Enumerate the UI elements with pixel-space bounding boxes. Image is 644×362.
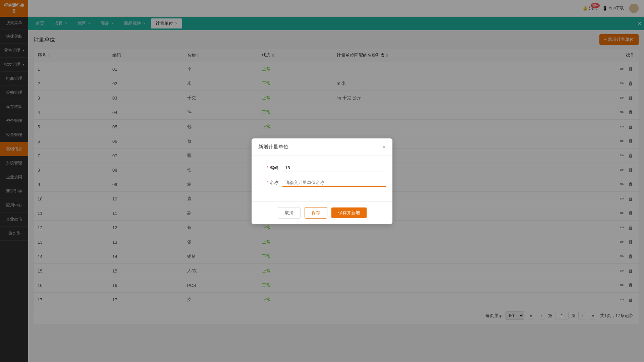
save-button[interactable]: 保存 — [305, 207, 327, 219]
cancel-button[interactable]: 取消 — [278, 207, 301, 219]
modal-title: 新增计量单位 — [258, 144, 288, 150]
name-input[interactable] — [282, 179, 386, 187]
name-label: 名称 — [258, 180, 278, 186]
form-row-code: 编码 — [258, 164, 386, 172]
modal-body: 编码 名称 — [252, 156, 392, 201]
modal-header: 新增计量单位 × — [252, 138, 392, 156]
save-and-new-button[interactable]: 保存并新增 — [331, 207, 367, 218]
form-row-name: 名称 — [258, 179, 386, 187]
code-label: 编码 — [258, 165, 278, 171]
add-unit-modal: 新增计量单位 × 编码 名称 取消 保存 保存并新增 — [252, 138, 392, 224]
modal-footer: 取消 保存 保存并新增 — [252, 201, 392, 224]
code-input[interactable] — [282, 164, 386, 172]
modal-close-button[interactable]: × — [382, 144, 386, 150]
modal-overlay[interactable]: 新增计量单位 × 编码 名称 取消 保存 保存并新增 — [0, 0, 644, 362]
